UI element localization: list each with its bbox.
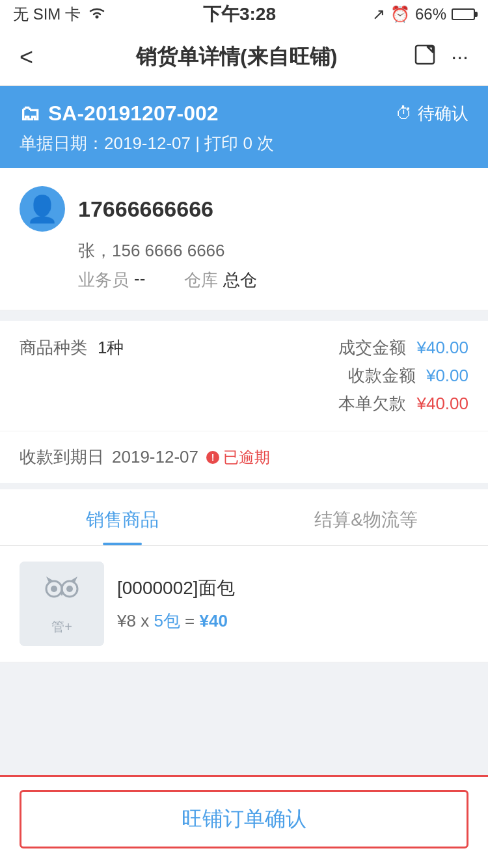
alarm-icon: ⏰ — [390, 5, 410, 23]
transaction-label: 成交金额 — [338, 336, 406, 359]
payment-row: 收款金额 ¥0.00 — [348, 364, 468, 387]
product-card: 管+ [0000002]面包 ¥8 x 5包 = ¥40 — [0, 546, 488, 662]
product-info: [0000002]面包 ¥8 x 5包 = ¥40 — [117, 576, 468, 632]
user-icon: 👤 — [26, 194, 59, 224]
product-logo — [36, 573, 88, 616]
price-base: ¥8 x — [117, 611, 154, 631]
overdue-icon: ! — [206, 451, 219, 464]
debt-value: ¥40.00 — [416, 394, 468, 414]
wifi-icon — [87, 5, 107, 23]
status-time: 下午3:28 — [203, 2, 276, 27]
customer-card: 👤 17666666666 张，156 6666 6666 业务员 -- 仓库 … — [0, 168, 488, 310]
tab-sales[interactable]: 销售商品 — [0, 489, 244, 545]
battery-icon — [452, 8, 475, 20]
transaction-value: ¥40.00 — [416, 338, 468, 358]
warehouse-label: 仓库 — [184, 269, 218, 292]
salesperson-label: 业务员 — [78, 269, 129, 292]
tabs: 销售商品 结算&物流等 — [0, 489, 488, 546]
order-header: 🗂 SA-20191207-002 ⏱ 待确认 单据日期：2019-12-07 … — [0, 86, 488, 168]
transaction-row: 成交金额 ¥40.00 — [338, 336, 468, 359]
brand-plus: 管+ — [51, 618, 72, 636]
product-types-value: 1种 — [98, 336, 124, 359]
due-date-card: 收款到期日 2019-12-07 ! 已逾期 — [0, 431, 488, 489]
share-button[interactable] — [414, 44, 435, 70]
due-date-value: 2019-12-07 — [112, 447, 198, 467]
location-icon: ↗ — [372, 5, 385, 23]
product-name: [0000002]面包 — [117, 576, 468, 601]
product-image: 管+ — [20, 562, 104, 646]
clock-icon: ⏱ — [396, 103, 413, 124]
customer-phone: 17666666666 — [78, 197, 213, 222]
empty-area — [0, 662, 488, 793]
confirm-button[interactable]: 旺铺订单确认 — [20, 790, 468, 848]
status-bar: 无 SIM 卡 下午3:28 ↗ ⏰ 66% — [0, 0, 488, 29]
svg-rect-1 — [416, 46, 434, 64]
svg-point-0 — [96, 16, 99, 19]
stats-card: 商品种类 1种 成交金额 ¥40.00 收款金额 ¥0.00 本单欠款 ¥40.… — [0, 321, 488, 431]
tab-settlement[interactable]: 结算&物流等 — [244, 489, 488, 545]
financial-stats: 成交金额 ¥40.00 收款金额 ¥0.00 本单欠款 ¥40.00 — [338, 336, 468, 415]
svg-point-4 — [51, 586, 57, 592]
customer-sub-info: 张，156 6666 6666 — [20, 239, 468, 262]
more-button[interactable]: ··· — [451, 45, 468, 69]
order-status: ⏱ 待确认 — [396, 102, 468, 125]
debt-label: 本单欠款 — [338, 392, 406, 415]
salesperson-value: -- — [134, 269, 145, 292]
order-date: 单据日期：2019-12-07 | 打印 0 次 — [20, 132, 468, 155]
svg-point-5 — [66, 586, 73, 592]
back-button[interactable]: < — [20, 44, 59, 71]
page-title: 销货单详情(来自旺铺) — [136, 43, 337, 72]
order-id: 🗂 SA-20191207-002 — [20, 102, 219, 126]
price-equals: = — [180, 611, 200, 631]
section-divider-1 — [0, 310, 488, 321]
carrier-text: 无 SIM 卡 — [13, 4, 81, 25]
product-price: ¥8 x 5包 = ¥40 — [117, 610, 468, 632]
avatar: 👤 — [20, 186, 65, 232]
overdue-text: 已逾期 — [223, 447, 270, 468]
order-icon: 🗂 — [20, 102, 40, 126]
price-qty: 5包 — [154, 611, 180, 631]
debt-row: 本单欠款 ¥40.00 — [338, 392, 468, 415]
battery-percent: 66% — [415, 5, 446, 23]
warehouse-value: 总仓 — [223, 269, 257, 292]
product-types-label: 商品种类 — [20, 336, 87, 359]
payment-value: ¥0.00 — [426, 366, 468, 386]
payment-label: 收款金额 — [348, 364, 416, 387]
price-total: ¥40 — [199, 611, 227, 631]
due-date-label: 收款到期日 — [20, 446, 104, 468]
status-left: 无 SIM 卡 — [13, 4, 107, 25]
nav-actions: ··· — [414, 44, 468, 70]
product-types: 商品种类 1种 — [20, 336, 124, 359]
status-right: ↗ ⏰ 66% — [372, 5, 475, 23]
customer-meta: 业务员 -- 仓库 总仓 — [20, 269, 468, 292]
overdue-badge: ! 已逾期 — [206, 447, 270, 468]
nav-bar: < 销货单详情(来自旺铺) ··· — [0, 29, 488, 86]
confirm-btn-wrapper: 旺铺订单确认 — [0, 775, 488, 868]
